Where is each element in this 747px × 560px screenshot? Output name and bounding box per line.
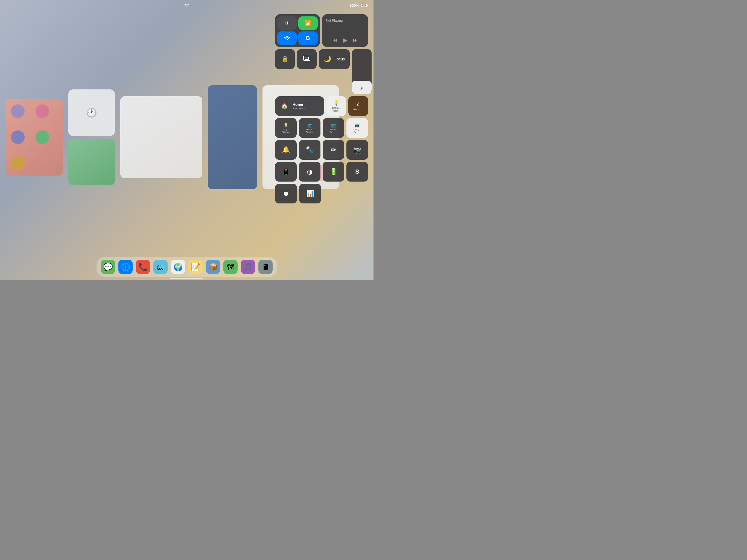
keynote-icon: 📊 (307, 190, 314, 197)
dock-misc[interactable]: 🖥 (258, 260, 273, 274)
next-track-button[interactable]: ⏭ (353, 37, 358, 43)
flashlight-icon: 🔦 (306, 146, 314, 154)
moon-icon: 🌙 (324, 55, 331, 62)
status-right: 100% ⚡ (350, 3, 368, 8)
bedro-tv-icon: 📺 (331, 123, 336, 127)
screen-rotation-lock-button[interactable]: 🔒 (275, 49, 295, 69)
mirror-icon (303, 55, 311, 63)
connectivity-block: ✈ 📶 B (275, 14, 320, 47)
dock-maps[interactable]: 🗺 (223, 260, 238, 274)
bedro-apple-label: Bedro...Apple... (306, 128, 313, 133)
airplane-icon: ✈ (285, 20, 289, 27)
living-accent-icon: 💡 (284, 123, 288, 127)
bedro-apple-button[interactable]: 📺 Bedro...Apple... (299, 118, 320, 138)
living-tv-button[interactable]: 📺 Living...TV (346, 118, 368, 138)
focus-button[interactable]: 🌙 Focus (319, 49, 350, 69)
brightness-icon: ☀ (360, 85, 364, 91)
cellular-icon: 📶 (304, 20, 312, 27)
dock-notes[interactable]: 📝 (188, 260, 203, 274)
airplane-mode-button[interactable]: ✈ (277, 17, 297, 30)
svg-point-0 (287, 39, 288, 40)
dark-mode-button[interactable]: ◑ (299, 162, 320, 182)
brightness-slider[interactable]: ☀ (352, 49, 371, 94)
prev-track-button[interactable]: ⏮ (333, 37, 337, 43)
dock-finder[interactable]: 🗂 (153, 260, 168, 274)
svg-rect-2 (305, 57, 308, 59)
home-sublabel: Favorites (292, 107, 305, 110)
bedro-tv-button[interactable]: 📺 Bedro...TV (323, 118, 344, 138)
cc-row-1: ✈ 📶 B Not Playing (275, 14, 368, 47)
remote-icon: 📱 (282, 168, 290, 176)
shazam-button[interactable]: S (346, 162, 368, 182)
remote-button[interactable]: 📱 (275, 162, 297, 182)
cc-row-7: ⏺ 📊 (275, 184, 368, 203)
focus-label: Focus (334, 57, 345, 61)
app-card-blue (208, 85, 257, 189)
battery-widget-icon: 🔋 (330, 168, 338, 176)
rotation-lock-icon: 🔒 (281, 55, 289, 62)
np-controls: ⏮ ▶ ⏭ (326, 36, 364, 44)
quick-note-button[interactable]: ✏ (323, 140, 344, 160)
cc-row-6: 📱 ◑ 🔋 S (275, 162, 368, 182)
screen-record-button[interactable]: ⏺ (275, 184, 297, 203)
cc-row-5: 🔔 🔦 ✏ 📷 (275, 140, 368, 160)
living-tv-icon: 📺 (355, 123, 360, 127)
bedro-apple-icon: 📺 (307, 123, 312, 127)
battery-widget-button[interactable]: 🔋 (323, 162, 344, 182)
dock-safari[interactable]: 🌐 (119, 260, 133, 274)
cc-row-4: 💡 Living...Accent... 📺 Bedro...Apple... … (275, 118, 368, 138)
screen-mirroring-button[interactable] (297, 49, 317, 69)
quick-note-icon: ✏ (331, 146, 336, 154)
cc-row-2: 🔒 🌙 Focus ☀ 🔊 (275, 49, 368, 94)
now-playing-block: Not Playing ⬛ ⏮ ▶ ⏭ (322, 14, 368, 47)
np-title: Not Playing (326, 19, 343, 22)
dark-mode-icon: ◑ (307, 168, 312, 176)
record-icon: ⏺ (283, 190, 289, 198)
floor-lamp-button[interactable]: 🕯 Floor L... (349, 96, 368, 116)
status-bar: 100% ⚡ (0, 0, 374, 11)
bedro-table-label: Bedro...Table... (332, 107, 341, 113)
living-tv-label: Living...TV (354, 128, 361, 133)
app-card-pink (5, 99, 63, 176)
wifi-icon (284, 35, 290, 42)
battery-icon: ⚡ (361, 4, 368, 7)
play-pause-button[interactable]: ▶ (343, 36, 347, 44)
living-accent-button[interactable]: 💡 Living...Accent... (275, 118, 297, 138)
home-indicator (170, 278, 203, 279)
dock-chrome[interactable]: 🌍 (171, 260, 185, 274)
floor-lamp-label: Floor L... (353, 108, 363, 111)
home-text: Home Favorites (292, 102, 305, 110)
dock-messages[interactable]: 💬 (101, 260, 115, 274)
shazam-icon: S (355, 168, 359, 175)
dock-phone[interactable]: 📞 (136, 260, 150, 274)
home-favorites-button[interactable]: 🏠 Home Favorites (275, 96, 324, 116)
bedro-tv-label: Bedro...TV (330, 128, 337, 133)
cc-row-3: 🏠 Home Favorites 💡 Bedro...Table... 🕯 Fl… (275, 96, 368, 116)
home-label: Home (292, 102, 305, 107)
camera-button[interactable]: 📷 (346, 140, 368, 160)
bedro-table-button[interactable]: 💡 Bedro...Table... (327, 96, 346, 116)
bluetooth-button[interactable]: B (298, 31, 318, 45)
bluetooth-icon: B (306, 35, 310, 41)
app-card-center (120, 96, 202, 178)
control-center: ✈ 📶 B Not Playing (275, 14, 368, 203)
wifi-button[interactable] (277, 31, 297, 45)
dock: 💬 🌐 📞 🗂 🌍 📝 📦 🗺 🎵 🖥 (97, 257, 277, 277)
living-accent-label: Living...Accent... (282, 128, 290, 133)
floor-lamp-icon: 🕯 (356, 101, 361, 107)
alarm-icon: 🔔 (282, 146, 290, 154)
bedro-table-icon: 💡 (333, 100, 339, 106)
wifi-status-icon (184, 3, 189, 8)
dock-music[interactable]: 🎵 (241, 260, 255, 274)
flashlight-button[interactable]: 🔦 (299, 140, 320, 160)
keynote-remote-button[interactable]: 📊 (299, 184, 321, 203)
camera-icon: 📷 (353, 146, 361, 154)
home-icon: 🏠 (279, 101, 289, 111)
battery-percent: 100% (350, 3, 359, 8)
cellular-button[interactable]: 📶 (298, 17, 318, 30)
airplay-button[interactable]: ⬛ (358, 18, 364, 24)
dock-dropbox[interactable]: 📦 (206, 260, 220, 274)
np-header: Not Playing ⬛ (326, 18, 364, 24)
app-card-clock: 🕐 (68, 90, 115, 185)
alarm-button[interactable]: 🔔 (275, 140, 297, 160)
